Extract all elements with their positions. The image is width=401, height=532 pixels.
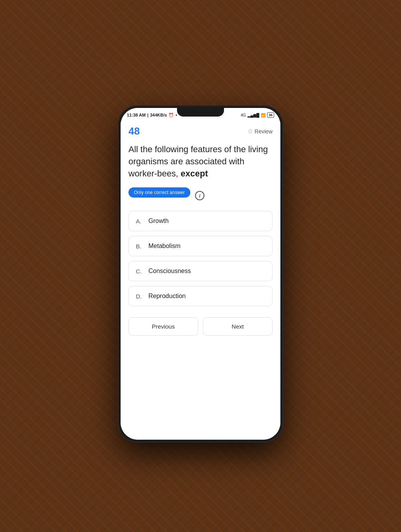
badge-row: Only one correct answer i [128,187,273,204]
option-c-letter: C. [136,268,144,275]
question-header: 48 ☆ Review [128,125,273,137]
clock-icon: ⏰ [168,113,174,118]
data-speed: | [147,113,148,117]
battery-indicator: 36 [267,112,274,118]
option-d-text: Reproduction [148,293,186,300]
option-b[interactable]: B. Metabolism [128,236,273,256]
option-c[interactable]: C. Consciousness [128,261,273,281]
question-text: All the following features of the living… [128,144,273,180]
review-label: Review [255,128,273,135]
dot-indicator: • [175,113,177,117]
option-a[interactable]: A. Growth [128,211,273,231]
info-icon-wrapper[interactable]: i [195,191,204,200]
options-list: A. Growth B. Metabolism C. Consciousness… [128,211,273,306]
option-a-letter: A. [136,218,144,225]
data-speed-value: 344KB/s [150,113,167,117]
time-display: 11:38 AM [127,113,146,117]
option-d[interactable]: D. Reproduction [128,286,273,306]
option-c-text: Consciousness [148,268,191,275]
star-icon: ☆ [247,128,253,135]
phone-notch [177,108,224,117]
info-icon: i [195,191,204,200]
previous-button[interactable]: Previous [128,317,198,336]
wifi-icon: 📶 [261,113,266,117]
question-number: 48 [128,125,140,137]
option-b-text: Metabolism [148,243,181,250]
next-button[interactable]: Next [203,317,273,336]
signal-icon: 4G [240,113,246,117]
review-button[interactable]: ☆ Review [247,128,273,135]
navigation-buttons: Previous Next [128,314,273,337]
content-area: 48 ☆ Review All the following features o… [121,120,280,440]
option-a-text: Growth [148,217,169,225]
option-b-letter: B. [136,243,144,250]
question-emphasis: except [181,169,208,178]
option-d-letter: D. [136,293,144,300]
signal-bars-icon: ▂▄▆█ [247,113,259,117]
answer-type-badge: Only one correct answer [128,187,190,198]
